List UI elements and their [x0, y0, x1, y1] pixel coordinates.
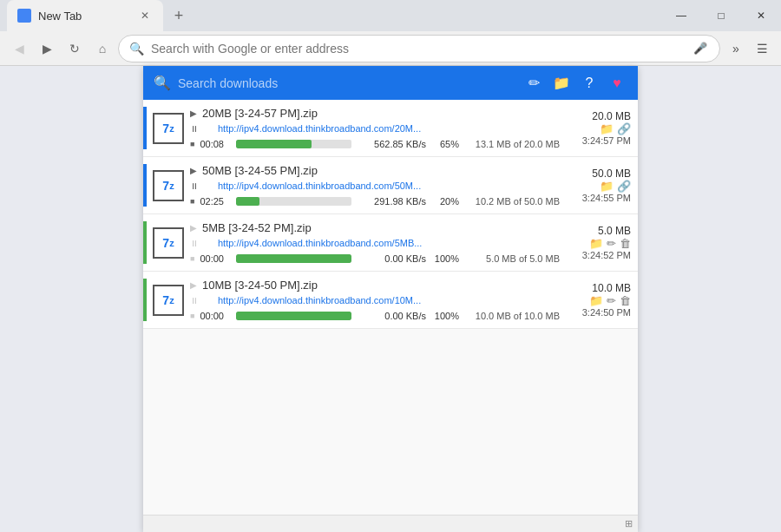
collapse-icon[interactable]: ⊞: [622, 518, 634, 529]
download-percent: 65%: [431, 139, 459, 149]
folder-icon[interactable]: 📁: [551, 75, 572, 91]
play-button[interactable]: ▶: [190, 108, 197, 118]
downloads-search-input[interactable]: [178, 76, 516, 90]
download-right-area: 50.0 MB 📁 🔗 3:24:55 PM: [560, 164, 638, 207]
stop-button[interactable]: ■: [190, 312, 194, 320]
pause-button[interactable]: ⏸: [190, 296, 199, 305]
home-button[interactable]: ⌂: [90, 36, 115, 61]
download-info: ▶ 10MB [3-24-50 PM].zip ⏸ http://ipv4.do…: [190, 279, 560, 321]
progress-fill: [236, 140, 311, 148]
table-row: ▶ 20MB [3-24-57 PM].zip ⏸ http://ipv4.do…: [143, 100, 638, 157]
play-button[interactable]: ▶: [190, 280, 197, 290]
file-type-icon: [153, 285, 184, 316]
edit-icon[interactable]: ✏: [607, 294, 616, 307]
forward-button[interactable]: ▶: [35, 36, 59, 61]
time-remaining: 02:25: [200, 196, 231, 207]
file-icon-area: [147, 221, 190, 264]
open-folder-icon[interactable]: 📁: [589, 237, 603, 250]
pause-button[interactable]: ⏸: [190, 124, 199, 134]
filename: 10MB [3-24-50 PM].zip: [202, 279, 318, 292]
downloads-header-icons: ✏ 📁 ? ♥: [523, 75, 627, 91]
new-tab-button[interactable]: +: [167, 3, 191, 28]
table-row: ▶ 50MB [3-24-55 PM].zip ⏸ http://ipv4.do…: [143, 157, 638, 214]
download-url[interactable]: http://ipv4.download.thinkbroadband.com/…: [218, 181, 421, 191]
file-type-icon: [153, 227, 184, 259]
minimize-button[interactable]: —: [661, 0, 701, 31]
download-speed: 562.85 KB/s: [357, 139, 426, 149]
filename: 5MB [3-24-52 PM].zip: [202, 221, 312, 234]
link-icon[interactable]: 🔗: [617, 122, 631, 135]
stop-button[interactable]: ■: [190, 140, 194, 148]
download-right-area: 5.0 MB 📁 ✏ 🗑 3:24:52 PM: [560, 221, 638, 264]
open-folder-icon[interactable]: 📁: [600, 180, 614, 193]
toolbar: ◀ ▶ ↻ ⌂ 🔍 🎤 » ☰: [0, 31, 781, 66]
edit-icon[interactable]: ✏: [607, 237, 616, 250]
link-icon[interactable]: 🔗: [617, 180, 631, 193]
download-timestamp: 3:24:57 PM: [582, 135, 631, 146]
download-speed: 0.00 KB/s: [357, 311, 426, 321]
progress-fill: [236, 254, 351, 263]
open-folder-icon[interactable]: 📁: [600, 122, 614, 135]
pause-button[interactable]: ⏸: [190, 239, 199, 248]
size-info: 10.2 MB of 50.0 MB: [464, 196, 560, 207]
download-timestamp: 3:24:52 PM: [582, 250, 631, 260]
search-icon: 🔍: [129, 42, 144, 56]
download-info: ▶ 20MB [3-24-57 PM].zip ⏸ http://ipv4.do…: [190, 107, 560, 149]
close-button[interactable]: ✕: [741, 0, 781, 31]
download-url[interactable]: http://ipv4.download.thinkbroadband.com/…: [218, 123, 421, 134]
progress-bar: [236, 254, 351, 263]
play-button[interactable]: ▶: [190, 166, 197, 175]
stop-button[interactable]: ■: [190, 197, 194, 206]
active-tab[interactable]: New Tab ✕: [7, 0, 163, 31]
download-right-area: 20.0 MB 📁 🔗 3:24:57 PM: [560, 107, 638, 149]
download-timestamp: 3:24:55 PM: [582, 193, 631, 203]
help-icon[interactable]: ?: [579, 76, 600, 91]
download-info: ▶ 50MB [3-24-55 PM].zip ⏸ http://ipv4.do…: [190, 164, 560, 207]
reload-button[interactable]: ↻: [62, 36, 87, 61]
total-size: 5.0 MB: [598, 225, 631, 237]
pause-button[interactable]: ⏸: [190, 181, 199, 191]
extensions-button[interactable]: »: [724, 36, 748, 61]
search-icon: 🔍: [154, 75, 171, 91]
filename: 20MB [3-24-57 PM].zip: [202, 107, 318, 120]
size-info: 10.0 MB of 10.0 MB: [464, 311, 560, 321]
time-remaining: 00:00: [200, 253, 231, 264]
downloads-panel: 🔍 ✏ 📁 ? ♥ ▶ 20MB [3-24-57 PM].zi: [143, 66, 638, 532]
open-folder-icon[interactable]: 📁: [589, 294, 603, 307]
file-type-icon: [153, 170, 184, 201]
menu-button[interactable]: ☰: [750, 36, 774, 61]
maximize-button[interactable]: □: [701, 0, 741, 31]
address-input[interactable]: [151, 42, 685, 56]
tab-favicon: [17, 9, 31, 23]
edit-icon[interactable]: ✏: [523, 75, 544, 91]
delete-icon[interactable]: 🗑: [620, 237, 631, 250]
total-size: 50.0 MB: [592, 167, 631, 180]
download-percent: 100%: [431, 253, 459, 264]
play-button[interactable]: ▶: [190, 223, 197, 233]
back-button[interactable]: ◀: [7, 36, 31, 61]
tab-close-button[interactable]: ✕: [137, 8, 153, 23]
progress-bar: [236, 197, 351, 206]
total-size: 20.0 MB: [592, 110, 631, 122]
downloads-header: 🔍 ✏ 📁 ? ♥: [143, 66, 638, 100]
heart-icon[interactable]: ♥: [607, 76, 627, 91]
tab-title: New Tab: [38, 10, 82, 23]
address-bar[interactable]: 🔍 🎤: [118, 35, 720, 62]
download-percent: 20%: [431, 196, 459, 207]
file-icon-area: [147, 279, 190, 321]
progress-fill: [236, 197, 259, 206]
progress-fill: [236, 312, 351, 320]
toolbar-right: » ☰: [724, 36, 774, 61]
file-icon-area: [147, 164, 190, 207]
download-url[interactable]: http://ipv4.download.thinkbroadband.com/…: [218, 295, 421, 305]
stop-button[interactable]: ■: [190, 254, 194, 263]
delete-icon[interactable]: 🗑: [620, 294, 631, 307]
title-bar: New Tab ✕ + — □ ✕: [0, 0, 781, 31]
download-speed: 291.98 KB/s: [357, 196, 426, 207]
table-row: ▶ 10MB [3-24-50 PM].zip ⏸ http://ipv4.do…: [143, 272, 638, 329]
microphone-icon[interactable]: 🎤: [692, 40, 709, 57]
window-controls: — □ ✕: [661, 0, 781, 31]
download-info: ▶ 5MB [3-24-52 PM].zip ⏸ http://ipv4.dow…: [190, 221, 560, 264]
size-info: 5.0 MB of 5.0 MB: [464, 253, 560, 264]
download-url[interactable]: http://ipv4.download.thinkbroadband.com/…: [218, 238, 422, 248]
